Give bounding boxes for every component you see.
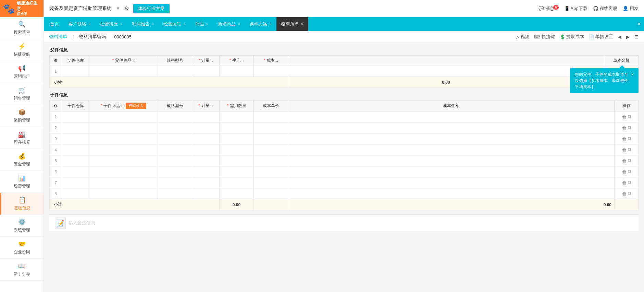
sidebar-item-basic[interactable]: 📋 基础信息 [0, 193, 44, 215]
child-warehouse-cell[interactable] [62, 188, 89, 199]
child-warehouse-cell[interactable] [62, 177, 89, 188]
tab-goods-close[interactable]: × [206, 22, 208, 26]
child-unit-cell[interactable] [192, 112, 220, 122]
child-goods-cell[interactable] [89, 155, 158, 166]
sidebar-item-sales[interactable]: 🛒 销售管理 [0, 83, 44, 105]
child-quantity-cell[interactable] [220, 155, 254, 166]
nav-next-button[interactable]: ▶ [626, 34, 630, 39]
child-goods-cell[interactable] [89, 188, 158, 199]
child-goods-cell[interactable] [89, 133, 158, 144]
delete-icon[interactable]: 🗑 [622, 125, 627, 131]
parent-produce-cell[interactable] [220, 66, 254, 77]
tab-barcode-close[interactable]: × [270, 22, 272, 26]
child-cost-unit-cell[interactable] [254, 112, 288, 122]
single-set-button[interactable]: 📄 单据设置 [589, 34, 613, 40]
child-goods-cell[interactable] [89, 122, 158, 133]
child-goods-cell[interactable] [89, 144, 158, 155]
delete-icon[interactable]: 🗑 [622, 180, 627, 186]
sidebar-item-search[interactable]: 🔍 搜索菜单 [0, 17, 44, 39]
breadcrumb-bom[interactable]: 物料清单 [49, 34, 67, 40]
child-warehouse-cell[interactable] [62, 122, 89, 133]
tab-barcode[interactable]: 条码方案 × [245, 17, 276, 31]
child-warehouse-cell[interactable] [62, 155, 89, 166]
child-unit-cell[interactable] [192, 177, 220, 188]
copy-icon[interactable]: ⧉ [628, 191, 631, 197]
child-spec-cell[interactable] [158, 188, 192, 199]
tab-customer-close[interactable]: × [88, 22, 90, 26]
child-cost-unit-cell[interactable] [254, 144, 288, 155]
trial-button[interactable]: 体验行业方案 [133, 4, 170, 13]
child-spec-cell[interactable] [158, 133, 192, 144]
delete-icon[interactable]: 🗑 [622, 169, 627, 175]
child-unit-cell[interactable] [192, 155, 220, 166]
child-cost-unit-cell[interactable] [254, 166, 288, 177]
tab-customer[interactable]: 客户联络 × [64, 17, 95, 31]
child-spec-cell[interactable] [158, 144, 192, 155]
app-download-button[interactable]: 📱 App下载 [564, 5, 587, 12]
delete-icon[interactable]: 🗑 [622, 114, 627, 120]
nav-prev-button[interactable]: ◀ [618, 34, 621, 39]
child-unit-cell[interactable] [192, 122, 220, 133]
child-quantity-cell[interactable] [220, 188, 254, 199]
sidebar-item-system[interactable]: ⚙️ 系统管理 [0, 215, 44, 237]
child-warehouse-cell[interactable] [62, 133, 89, 144]
child-goods-cell[interactable] [89, 166, 158, 177]
child-quantity-cell[interactable] [220, 166, 254, 177]
nav-close-all[interactable]: × [634, 21, 644, 27]
tab-operation-status-close[interactable]: × [120, 22, 122, 26]
child-spec-cell[interactable] [158, 122, 192, 133]
child-warehouse-cell[interactable] [62, 112, 89, 122]
parent-warehouse-cell[interactable] [62, 66, 89, 77]
delete-icon[interactable]: 🗑 [622, 147, 627, 153]
sidebar-item-operation[interactable]: 📊 经营管理 [0, 171, 44, 193]
copy-icon[interactable]: ⧉ [628, 114, 631, 120]
child-quantity-cell[interactable] [220, 122, 254, 133]
copy-icon[interactable]: ⧉ [628, 125, 631, 131]
tab-profit-close[interactable]: × [152, 22, 154, 26]
parent-spec-cell[interactable] [158, 66, 192, 77]
tab-profit[interactable]: 利润报告 × [127, 17, 159, 31]
child-quantity-cell[interactable] [220, 112, 254, 122]
child-unit-cell[interactable] [192, 188, 220, 199]
note-placeholder[interactable]: 输入备注信息 [69, 220, 95, 226]
child-quantity-cell[interactable] [220, 177, 254, 188]
child-unit-cell[interactable] [192, 133, 220, 144]
th-parent-settings[interactable]: ⚙ [50, 56, 62, 66]
child-warehouse-cell[interactable] [62, 144, 89, 155]
scan-button[interactable]: 扫码录入 [126, 103, 146, 109]
th-child-settings[interactable]: ⚙ [50, 101, 62, 112]
tab-add-goods-close[interactable]: × [238, 22, 240, 26]
child-unit-cell[interactable] [192, 166, 220, 177]
shortcut-button[interactable]: ⌨ 快捷键 [534, 34, 555, 40]
tab-goods[interactable]: 商品 × [190, 17, 213, 31]
delete-icon[interactable]: 🗑 [622, 191, 627, 197]
sidebar-item-finance[interactable]: 💰 资金管理 [0, 149, 44, 171]
child-cost-unit-cell[interactable] [254, 155, 288, 166]
copy-icon[interactable]: ⧉ [628, 169, 631, 175]
parent-goods-cell[interactable] [89, 66, 158, 77]
parent-unit-cell[interactable] [192, 66, 220, 77]
copy-icon[interactable]: ⧉ [628, 158, 631, 164]
tooltip-close-button[interactable]: × [631, 71, 634, 78]
child-cost-unit-cell[interactable] [254, 122, 288, 133]
copy-icon[interactable]: ⧉ [628, 180, 631, 186]
tab-add-goods[interactable]: 新增商品 × [213, 17, 245, 31]
tab-bom[interactable]: 物料清单 × [276, 17, 308, 31]
parent-cost-cell[interactable] [254, 66, 288, 77]
child-goods-cell[interactable] [89, 112, 158, 122]
settings-icon[interactable]: ⚙ [124, 5, 129, 12]
tab-op-history-close[interactable]: × [183, 22, 185, 26]
user-avatar[interactable]: 👤 用友 [623, 5, 639, 12]
child-quantity-cell[interactable] [220, 144, 254, 155]
child-quantity-cell[interactable] [220, 133, 254, 144]
child-spec-cell[interactable] [158, 155, 192, 166]
child-spec-cell[interactable] [158, 166, 192, 177]
child-cost-unit-cell[interactable] [254, 188, 288, 199]
delete-icon[interactable]: 🗑 [622, 136, 627, 142]
grid-view-button[interactable]: ☰ [634, 34, 639, 39]
extract-cost-button[interactable]: 💲 提取成本 [560, 34, 584, 40]
sidebar-item-purchase[interactable]: 📦 采购管理 [0, 105, 44, 127]
message-button[interactable]: 💬 消息 6 [538, 5, 559, 12]
child-spec-cell[interactable] [158, 112, 192, 122]
child-cost-unit-cell[interactable] [254, 177, 288, 188]
